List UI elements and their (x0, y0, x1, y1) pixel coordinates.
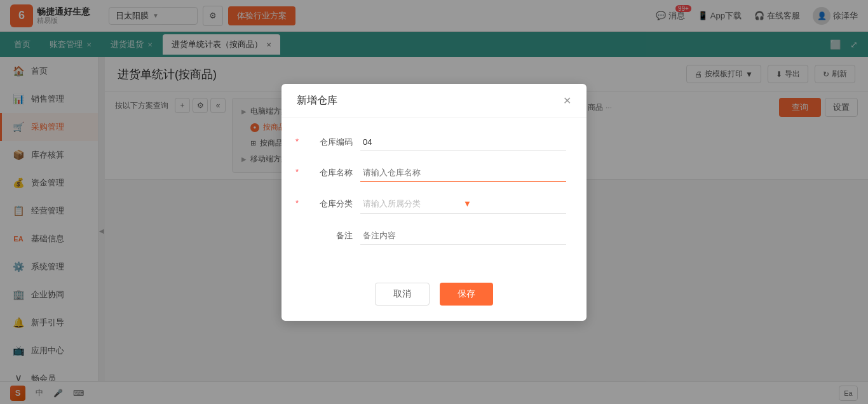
warehouse-category-label: 仓库分类 (302, 198, 353, 210)
modal-close-button[interactable]: ✕ (563, 95, 571, 107)
modal-body: 仓库编码 仓库名称 仓库分类 请输入所属分类 ▼ 备注 (281, 118, 587, 273)
modal-footer: 取消 保存 (281, 273, 587, 321)
warehouse-code-input[interactable] (360, 133, 566, 151)
remark-label: 备注 (302, 230, 353, 241)
warehouse-code-label: 仓库编码 (302, 137, 353, 148)
remark-input[interactable] (360, 227, 566, 245)
category-dropdown-arrow-icon: ▼ (463, 199, 564, 208)
new-warehouse-modal: 新增仓库 ✕ 仓库编码 仓库名称 仓库分类 请输入所属分类 ▼ (281, 84, 587, 321)
warehouse-category-select[interactable]: 请输入所属分类 ▼ (360, 194, 566, 214)
warehouse-name-label: 仓库名称 (302, 167, 353, 178)
modal-title: 新增仓库 (297, 94, 337, 107)
remark-row: 备注 (302, 227, 566, 245)
cancel-button[interactable]: 取消 (375, 283, 430, 306)
warehouse-category-row: 仓库分类 请输入所属分类 ▼ (302, 194, 566, 214)
modal-header: 新增仓库 ✕ (281, 84, 587, 118)
modal-overlay[interactable]: 新增仓库 ✕ 仓库编码 仓库名称 仓库分类 请输入所属分类 ▼ (0, 0, 868, 404)
save-button[interactable]: 保存 (440, 283, 493, 306)
warehouse-category-placeholder: 请输入所属分类 (363, 198, 463, 210)
warehouse-name-row: 仓库名称 (302, 164, 566, 182)
warehouse-code-row: 仓库编码 (302, 133, 566, 151)
warehouse-name-input[interactable] (360, 164, 566, 182)
